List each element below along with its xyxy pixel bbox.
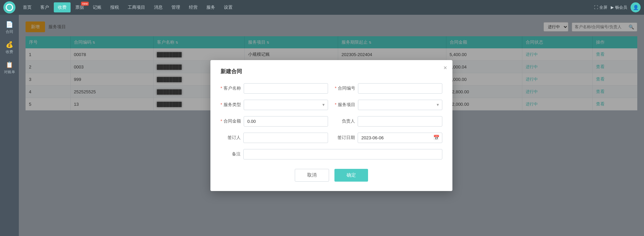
form-row-2: 服务类型 ▼ 服务项目 bbox=[220, 100, 442, 110]
nav-items: 首页 客户 收费 票据 new 记账 报税 工商项目 消息 管理 经营 服务 设… bbox=[19, 2, 594, 12]
form-row-5: 备注 bbox=[220, 149, 442, 159]
nav-invoice[interactable]: 票据 new bbox=[71, 2, 88, 12]
logo-icon bbox=[6, 4, 13, 11]
nav-tax[interactable]: 报税 bbox=[106, 2, 123, 12]
signer-input[interactable] bbox=[243, 133, 328, 143]
form-group-signer: 签订人 bbox=[220, 133, 328, 143]
sidebar-statement-label: 对账单 bbox=[4, 69, 15, 75]
cancel-button[interactable]: 取消 bbox=[295, 169, 329, 182]
form-group-service-item: 服务项目 ▼ bbox=[335, 100, 442, 110]
sidebar-charge-label: 收费 bbox=[6, 49, 13, 54]
sidebar-item-charge[interactable]: 💰 收费 bbox=[1, 38, 18, 57]
statement-icon: 📋 bbox=[6, 61, 13, 68]
service-item-select[interactable] bbox=[358, 100, 442, 110]
nav-message[interactable]: 消息 bbox=[150, 2, 167, 12]
nav-service[interactable]: 服务 bbox=[202, 2, 219, 12]
nav-customer[interactable]: 客户 bbox=[36, 2, 53, 12]
logo bbox=[3, 1, 15, 13]
form-row-4: 签订人 签订日期 📅 bbox=[220, 133, 442, 143]
remark-label: 备注 bbox=[220, 151, 241, 157]
avatar[interactable]: 👤 bbox=[631, 2, 641, 12]
form-group-amount: 合同金额 bbox=[220, 116, 328, 127]
form-group-sign-date: 签订日期 📅 bbox=[335, 133, 442, 143]
form-group-remark: 备注 bbox=[220, 149, 442, 159]
avatar-icon: 👤 bbox=[633, 5, 639, 10]
charge-icon: 💰 bbox=[6, 41, 13, 48]
contract-amount-label: 合同金额 bbox=[220, 118, 241, 124]
sidebar: 📄 合同 💰 收费 📋 对账单 bbox=[0, 15, 19, 236]
main-content: 新增 服务项目 进行中 已完成 已终止 🔍 序号 合同编码⇅ 客户名称⇅ 服务项… bbox=[19, 15, 644, 236]
service-type-select[interactable] bbox=[244, 100, 328, 110]
signer-label: 签订人 bbox=[220, 135, 241, 141]
contract-icon: 📄 bbox=[6, 21, 13, 28]
nav-charge[interactable]: 收费 bbox=[54, 2, 71, 12]
customer-name-input[interactable] bbox=[244, 83, 328, 94]
form-row-1: 客户名称 合同编号 bbox=[220, 83, 442, 94]
nav-manage[interactable]: 管理 bbox=[167, 2, 184, 12]
contract-amount-input[interactable] bbox=[244, 116, 328, 127]
sign-date-label: 签订日期 bbox=[335, 135, 355, 141]
play-icon: ▶ bbox=[611, 5, 614, 10]
fullscreen-icon: ⛶ bbox=[594, 5, 598, 10]
nav-right: ⛶ 全屏 ▶ 畅会员 👤 bbox=[594, 2, 641, 12]
contract-no-label: 合同编号 bbox=[335, 85, 355, 91]
modal-title: 新建合同 bbox=[220, 68, 442, 75]
layout: 📄 合同 💰 收费 📋 对账单 新增 服务项目 进行中 已完成 已终止 🔍 bbox=[0, 15, 644, 236]
member-btn[interactable]: ▶ 畅会员 bbox=[611, 5, 627, 10]
sign-date-input[interactable] bbox=[358, 133, 442, 143]
form-group-customer: 客户名称 bbox=[220, 83, 328, 94]
fullscreen-btn[interactable]: ⛶ 全屏 bbox=[594, 5, 607, 10]
new-badge: new bbox=[81, 2, 89, 6]
customer-name-label: 客户名称 bbox=[220, 85, 241, 91]
remark-input[interactable] bbox=[243, 149, 442, 159]
service-item-label: 服务项目 bbox=[335, 102, 355, 108]
responsible-label: 负责人 bbox=[335, 118, 355, 124]
nav-operation[interactable]: 经营 bbox=[185, 2, 202, 12]
new-contract-modal: 新建合同 × 客户名称 合同编号 服务类型 bbox=[210, 60, 452, 191]
sidebar-item-statement[interactable]: 📋 对账单 bbox=[1, 58, 18, 77]
modal-overlay: 新建合同 × 客户名称 合同编号 服务类型 bbox=[19, 15, 644, 236]
modal-close-button[interactable]: × bbox=[443, 65, 447, 71]
responsible-input[interactable] bbox=[358, 116, 442, 127]
contract-no-input[interactable] bbox=[358, 83, 442, 94]
service-item-select-wrapper: ▼ bbox=[358, 100, 442, 110]
form-group-contract-no: 合同编号 bbox=[335, 83, 442, 94]
nav-business[interactable]: 工商项目 bbox=[124, 2, 149, 12]
nav-home[interactable]: 首页 bbox=[19, 2, 36, 12]
confirm-button[interactable]: 确定 bbox=[334, 169, 368, 182]
form-group-service-type: 服务类型 ▼ bbox=[220, 100, 328, 110]
sign-date-wrapper: 📅 bbox=[358, 133, 442, 143]
nav-settings[interactable]: 设置 bbox=[220, 2, 237, 12]
service-type-label: 服务类型 bbox=[220, 102, 241, 108]
sidebar-contract-label: 合同 bbox=[6, 29, 13, 34]
sidebar-item-contract[interactable]: 📄 合同 bbox=[1, 18, 18, 37]
service-type-select-wrapper: ▼ bbox=[244, 100, 328, 110]
modal-footer: 取消 确定 bbox=[220, 169, 442, 182]
nav-bookkeeping[interactable]: 记账 bbox=[89, 2, 106, 12]
form-group-responsible: 负责人 bbox=[335, 116, 442, 127]
form-row-3: 合同金额 负责人 bbox=[220, 116, 442, 127]
top-nav: 首页 客户 收费 票据 new 记账 报税 工商项目 消息 管理 经营 服务 设… bbox=[0, 0, 644, 15]
